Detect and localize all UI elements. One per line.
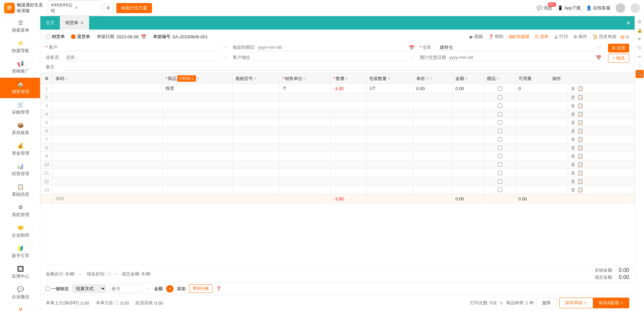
copy-icon[interactable]: 📋	[577, 162, 583, 167]
row-unit-price[interactable]	[413, 169, 453, 177]
row-barcode[interactable]	[53, 186, 163, 194]
settings-icon[interactable]: ⚙	[104, 3, 113, 13]
row-product[interactable]	[162, 127, 233, 135]
row-amount[interactable]	[453, 118, 484, 127]
scan-button[interactable]: 扫码录入	[177, 75, 196, 82]
barcode-input[interactable]	[55, 187, 160, 192]
row-unit[interactable]	[279, 144, 331, 152]
sidebar-item-app-center[interactable]: 🔲 应用中心	[0, 262, 40, 283]
gift-checkbox[interactable]	[498, 104, 502, 108]
barcode-input[interactable]	[55, 128, 160, 133]
gift-checkbox[interactable]	[498, 86, 502, 91]
row-gift[interactable]	[484, 118, 516, 127]
gift-checkbox[interactable]	[498, 154, 502, 158]
row-barcode[interactable]	[53, 152, 163, 160]
row-amount[interactable]	[453, 110, 484, 118]
close-all-tabs-icon[interactable]: ✕	[622, 20, 635, 26]
row-barcode[interactable]	[53, 93, 163, 102]
row-amount[interactable]	[453, 102, 484, 110]
row-unit[interactable]	[279, 102, 331, 110]
row-gift[interactable]	[484, 186, 516, 194]
row-barcode[interactable]	[53, 160, 163, 169]
row-unit[interactable]	[279, 169, 331, 177]
row-gift[interactable]	[484, 93, 516, 102]
print-btn[interactable]: 🖨 打印	[553, 33, 569, 40]
help-btn[interactable]: ❓ 帮助	[487, 33, 505, 40]
row-unit-price[interactable]	[413, 135, 453, 144]
tab-home[interactable]: 首页	[40, 16, 60, 30]
tab-close-icon[interactable]: ✕	[80, 21, 84, 25]
row-product[interactable]	[162, 160, 233, 169]
row-gift[interactable]	[484, 110, 516, 118]
gift-checkbox[interactable]	[498, 137, 502, 142]
delivery-date-input[interactable]	[448, 54, 594, 61]
row-spec[interactable]	[233, 135, 280, 144]
delete-icon[interactable]: 🗑	[571, 170, 575, 176]
row-gift[interactable]	[484, 102, 516, 110]
price-sort-icon[interactable]: ⇅	[430, 77, 433, 80]
copy-icon[interactable]: 📋	[577, 153, 583, 159]
select-btn[interactable]: ☰ 选单	[533, 33, 550, 40]
right-tool-star[interactable]: ☆	[636, 61, 644, 69]
delete-icon[interactable]: 🗑	[571, 103, 575, 108]
sidebar-item-inventory[interactable]: 📦 库存核算	[0, 119, 40, 139]
row-unit-price[interactable]	[413, 118, 453, 127]
row-gift[interactable]	[484, 160, 516, 169]
customer-address-input[interactable]	[252, 54, 408, 61]
sidebar-item-sales[interactable]: 🏠 销售管理	[0, 78, 40, 98]
row-quantity[interactable]: -1.00	[331, 84, 367, 93]
product-sort-icon[interactable]: ⇅	[197, 77, 199, 80]
calendar-icon[interactable]: 📅	[141, 34, 146, 39]
one-click-checkbox[interactable]	[46, 286, 50, 291]
customer-more-icon[interactable]: ···	[223, 44, 227, 50]
row-quantity[interactable]	[331, 177, 367, 186]
logistics-button[interactable]: + 物流	[608, 54, 629, 63]
messages-button[interactable]: 💬 消息 99+	[537, 5, 552, 11]
trial-button[interactable]: 体验行业方案	[116, 3, 152, 13]
sidebar-item-basic[interactable]: 📋 基础信息	[0, 180, 40, 201]
row-unit-price[interactable]	[413, 127, 453, 135]
row-unit[interactable]	[279, 186, 331, 194]
row-amount[interactable]	[453, 144, 484, 152]
app-download-button[interactable]: 📱 App下载	[558, 5, 581, 11]
th-settings[interactable]: ⚙	[41, 73, 53, 84]
row-pkg-qty[interactable]	[367, 110, 414, 118]
row-spec[interactable]	[233, 118, 280, 127]
add-payment-button[interactable]: +	[166, 285, 174, 293]
sidebar-item-purchase[interactable]: 🛒 采购管理	[0, 98, 40, 119]
row-pkg-qty[interactable]	[367, 118, 414, 127]
row-spec[interactable]	[233, 152, 280, 160]
grid-view-btn[interactable]: ⊞	[626, 34, 629, 39]
row-unit[interactable]	[279, 118, 331, 127]
row-amount[interactable]	[453, 177, 484, 186]
row-product[interactable]	[162, 110, 233, 118]
gift-checkbox[interactable]	[498, 95, 502, 100]
row-product[interactable]	[162, 144, 233, 152]
row-spec[interactable]	[233, 110, 280, 118]
row-spec[interactable]	[233, 102, 280, 110]
remarks-input[interactable]	[65, 63, 601, 71]
copy-icon[interactable]: 📋	[577, 137, 583, 142]
collection-calendar-icon[interactable]: 📅	[409, 45, 414, 50]
barcode-input[interactable]	[55, 154, 160, 159]
right-tool-expand[interactable]: ⊞	[636, 17, 644, 26]
gift-checkbox[interactable]	[498, 146, 502, 150]
right-tool-lock[interactable]: 🔒	[636, 26, 644, 34]
row-spec[interactable]	[233, 177, 280, 186]
delete-icon[interactable]: 🗑	[571, 128, 575, 133]
unit-price-info-icon[interactable]: ⓘ	[426, 76, 429, 81]
delete-icon[interactable]: 🗑	[571, 145, 575, 150]
row-product[interactable]	[162, 169, 233, 177]
row-pkg-qty[interactable]	[367, 177, 414, 186]
account-input[interactable]	[109, 285, 143, 293]
unit-sort-icon[interactable]: ⇅	[303, 77, 306, 80]
row-unit[interactable]: 个	[279, 84, 331, 93]
barcode-input[interactable]	[55, 162, 160, 167]
row-unit[interactable]	[279, 177, 331, 186]
row-gift[interactable]	[484, 84, 516, 93]
gift-checkbox[interactable]	[498, 171, 502, 175]
table-settings-icon[interactable]: ⚙	[45, 76, 49, 81]
settlement-method-select[interactable]: 结算方式	[72, 284, 106, 293]
row-pkg-qty[interactable]	[367, 93, 414, 102]
row-unit-price[interactable]	[413, 152, 453, 160]
